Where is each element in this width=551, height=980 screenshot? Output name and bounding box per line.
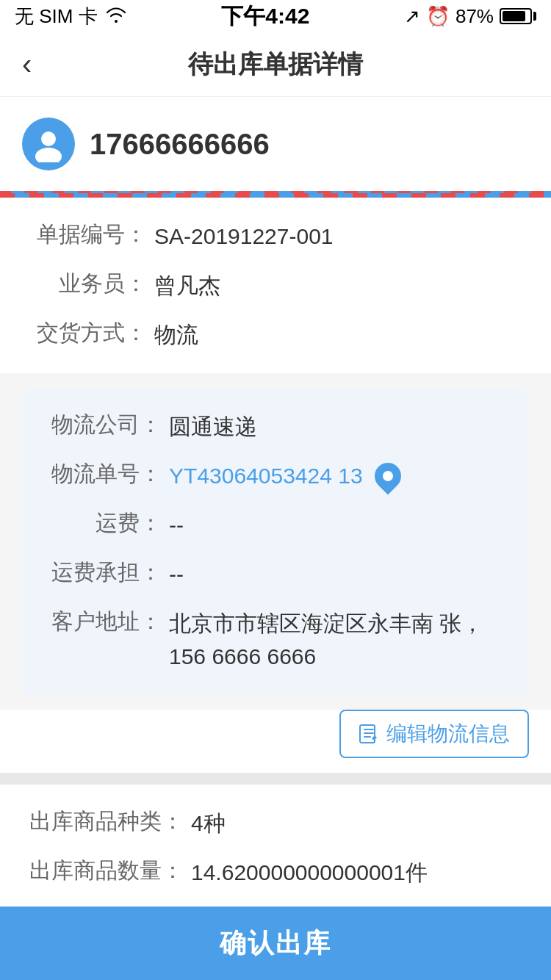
goods-quantity-row: 出库商品数量： 14.620000000000001件 [29,856,522,889]
status-bar: 无 SIM 卡 下午4:42 ↗ ⏰ 87% [0,0,551,32]
nav-bar: ‹ 待出库单据详情 [0,32,551,97]
location-pin-icon[interactable] [369,457,406,494]
freight-bearer-row: 运费承担： -- [44,558,507,591]
order-info-section: 单据编号： SA-20191227-001 业务员： 曾凡杰 交货方式： 物流 [0,198,551,373]
logistics-company-row: 物流公司： 圆通速递 [44,410,507,443]
freight-bearer-value: -- [162,558,507,591]
goods-type-row: 出库商品种类： 4种 [29,807,522,840]
status-icons: ↗ ⏰ 87% [404,5,536,28]
logistics-company-value: 圆通速递 [162,410,507,443]
freight-row: 运费： -- [44,508,507,541]
logistics-company-label: 物流公司： [44,410,162,440]
delivery-value: 物流 [147,318,522,351]
back-button[interactable]: ‹ [22,48,32,81]
alarm-icon: ⏰ [426,5,450,28]
tracking-value: YT43064053424 13 [162,459,507,492]
no-sim-text: 无 SIM 卡 [15,4,98,29]
customer-header: 17666666666 [0,97,551,193]
wifi-icon [105,5,127,28]
avatar [22,118,75,170]
address-value: 北京市市辖区海淀区永丰南 张，156 6666 6666 [162,607,507,673]
delivery-row: 交货方式： 物流 [29,318,522,351]
address-row: 客户地址： 北京市市辖区海淀区永丰南 张，156 6666 6666 [44,607,507,673]
goods-quantity-label: 出库商品数量： [29,856,184,886]
doc-number-label: 单据编号： [29,220,147,250]
doc-number-value: SA-20191227-001 [147,220,522,253]
tracking-row: 物流单号： YT43064053424 13 [44,459,507,492]
svg-point-0 [41,131,56,146]
edit-icon [359,724,379,744]
goods-quantity-value: 14.620000000000001件 [184,856,522,889]
goods-type-label: 出库商品种类： [29,807,184,837]
battery-icon [500,8,536,24]
battery-percent: 87% [455,5,494,28]
address-label: 客户地址： [44,607,162,637]
status-time: 下午4:42 [221,1,309,32]
status-carrier: 无 SIM 卡 [15,4,127,29]
location-icon: ↗ [404,5,420,28]
logistics-card: 物流公司： 圆通速递 物流单号： YT43064053424 13 运费： --… [22,388,529,695]
freight-bearer-label: 运费承担： [44,558,162,588]
edit-logistics-button[interactable]: 编辑物流信息 [339,710,529,758]
confirm-button[interactable]: 确认出库 [0,907,551,980]
edit-btn-row: 编辑物流信息 [0,710,551,773]
svg-point-1 [35,148,62,162]
salesperson-value: 曾凡杰 [147,269,522,302]
page-title: 待出库单据详情 [188,48,363,82]
goods-type-value: 4种 [184,807,522,840]
freight-label: 运费： [44,508,162,538]
tracking-label: 物流单号： [44,459,162,489]
tracking-number-text: YT43064053424 13 [169,459,363,492]
freight-value: -- [162,508,507,541]
edit-logistics-label: 编辑物流信息 [386,720,510,748]
goods-section: 出库商品种类： 4种 出库商品数量： 14.620000000000001件 [0,785,551,911]
separator [0,773,551,785]
confirm-button-label: 确认出库 [220,926,331,962]
salesperson-label: 业务员： [29,269,147,299]
person-icon [30,126,67,162]
customer-phone: 17666666666 [90,128,270,161]
delivery-label: 交货方式： [29,318,147,348]
doc-number-row: 单据编号： SA-20191227-001 [29,220,522,253]
salesperson-row: 业务员： 曾凡杰 [29,269,522,302]
